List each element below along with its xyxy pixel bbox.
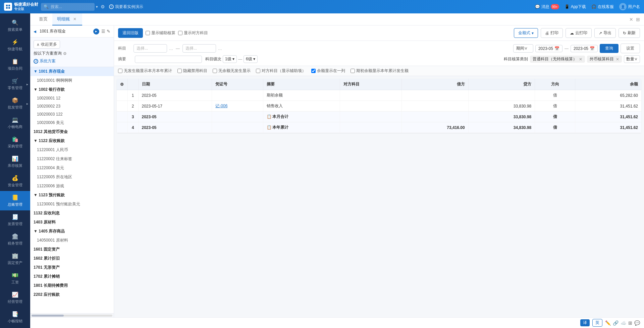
amount-format-btn[interactable]: 金额式 ▾	[514, 28, 538, 38]
export-btn[interactable]: ↗ 导出	[594, 28, 616, 38]
col-settings[interactable]: ⚙	[117, 79, 127, 90]
check-tag-2-close[interactable]: ✕	[616, 57, 619, 62]
cloud-icon[interactable]: ☁️	[621, 320, 626, 326]
sidebar-item-assets[interactable]: 🏢 固定资产	[0, 249, 30, 269]
account-item-11220002[interactable]: 11220002 往来标签	[30, 154, 114, 163]
print-btn[interactable]: 🖨 打印	[541, 28, 563, 38]
check-tag-3[interactable]: 数量∨	[624, 55, 640, 63]
grid-icon[interactable]: ⊞	[628, 320, 632, 326]
sidebar-item-search[interactable]: 🔍 搜索菜单	[0, 16, 30, 36]
option-beginning-balance[interactable]: 期初余额显示本年累计发生额	[351, 68, 409, 74]
account-item-2202[interactable]: 2202 应付账款	[30, 290, 114, 299]
tab-close-all-btn[interactable]: ✕	[629, 17, 633, 22]
sidebar-item-tax[interactable]: 🏛️ 税务管理	[0, 230, 30, 249]
account-item-14050001[interactable]: 14050001 原材料	[30, 236, 114, 245]
list-icon[interactable]: ☰	[101, 29, 105, 34]
period-from-input[interactable]: 2023-05 📅	[535, 45, 562, 52]
tab-ledger[interactable]: 明细账 ✕	[52, 13, 82, 25]
search-dropdown-icon[interactable]: ▾	[96, 5, 98, 9]
summary-input[interactable]	[135, 56, 202, 63]
tab-more-btn[interactable]: ⊞	[636, 17, 640, 22]
account-item-10020006[interactable]: 10020006 美元	[30, 118, 114, 127]
chat-icon[interactable]: 💬	[634, 320, 640, 326]
period-type-select[interactable]: 期间∨	[513, 44, 533, 53]
sidebar-item-quick-nav[interactable]: ⚡ 快捷导航	[0, 36, 30, 55]
sidebar-item-salary[interactable]: 💵 工资	[0, 269, 30, 288]
horizontal-scrollbar[interactable]	[32, 315, 112, 317]
option-balance-one-col[interactable]: 余额显示在一列	[311, 68, 345, 74]
refresh-btn[interactable]: ↻ 刷新	[619, 28, 640, 38]
check-tag-1[interactable]: 普通科目（无特殊核算） ✕	[530, 56, 585, 63]
account-item-1122[interactable]: ▼ 1122 应收账款	[30, 136, 114, 145]
account-item-1403[interactable]: 1403 原材料	[30, 218, 114, 227]
show-contra-checkbox[interactable]: 显示对方科目	[178, 30, 208, 36]
subject-from-input[interactable]: 选择...	[133, 44, 167, 53]
row-voucher[interactable]: 记-006	[212, 101, 263, 112]
message-button[interactable]: 💬 消息 99+	[535, 4, 559, 10]
show-aux-input[interactable]	[146, 31, 150, 35]
check-tag-1-close[interactable]: ✕	[579, 57, 582, 62]
account-item-1405[interactable]: ▼ 1405 库存商品	[30, 227, 114, 236]
account-item-1702[interactable]: 1702 累计摊销	[30, 272, 114, 281]
option-no-balance-input[interactable]	[213, 69, 217, 73]
account-item-1012[interactable]: 1012 其他货币资金	[30, 127, 114, 136]
online-service-button[interactable]: 🎧 在线客服	[591, 4, 614, 10]
show-aux-checkbox[interactable]: 显示辅助核算	[146, 30, 175, 36]
period-to-input[interactable]: 2023-05 📅	[571, 45, 598, 52]
sidebar-item-inventory[interactable]: 📊 库存核算	[0, 152, 30, 172]
account-item-11220006[interactable]: 11220006 游戏	[30, 182, 114, 191]
app-download-button[interactable]: 📱 App下载	[565, 4, 586, 10]
top-search-box[interactable]: 🔍 搜索...	[41, 3, 95, 11]
query-btn[interactable]: 查询	[600, 44, 619, 53]
sidebar-item-invoice[interactable]: 🧾 发票管理	[0, 210, 30, 230]
account-item-1132[interactable]: 1132 应收利息	[30, 209, 114, 218]
option-balance-one-col-input[interactable]	[311, 69, 316, 73]
translate-btn[interactable]: 译	[580, 319, 590, 326]
sidebar-item-project[interactable]: 📋 项目合同	[0, 55, 30, 74]
check-tag-2[interactable]: 外币核算科目 ✕	[587, 56, 622, 63]
account-item-10020002[interactable]: 10020002 23	[30, 102, 114, 110]
settings-icon[interactable]: ⚙	[101, 4, 105, 9]
user-menu[interactable]: 👤 用户名	[619, 3, 640, 10]
level-to-select[interactable]: 6级 ▾	[244, 55, 258, 63]
show-contra-input[interactable]	[178, 31, 182, 35]
edit-icon[interactable]: ✎	[107, 29, 110, 34]
subject-to-input[interactable]: 选择...	[182, 44, 216, 53]
collapse-more-btn[interactable]: ∧ 收起更多	[34, 40, 60, 49]
sidebar-item-ledger[interactable]: 📒 总账管理	[0, 191, 30, 210]
sidebar-item-operations[interactable]: 📈 经营管理	[0, 288, 30, 308]
account-item-1601[interactable]: 1601 固定资产	[30, 245, 114, 254]
pencil-icon[interactable]: ✏️	[605, 320, 611, 326]
voucher-link[interactable]: 记-006	[215, 104, 227, 108]
account-item-11220005[interactable]: 11220005 所在地区	[30, 173, 114, 182]
account-item-1602[interactable]: 1602 累计折旧	[30, 254, 114, 263]
sidebar-item-purchase[interactable]: 🛍️ 采购管理	[0, 133, 30, 152]
option-no-balance[interactable]: 无余额无发生显示	[213, 68, 251, 74]
system-scheme-btn[interactable]: ↺ 系统方案	[34, 58, 56, 64]
option-no-balance-month-input[interactable]	[118, 69, 122, 73]
option-hide-disabled[interactable]: 隐藏禁用科目	[177, 68, 207, 74]
translate-icon[interactable]: 译	[580, 319, 590, 326]
nav-prev-btn[interactable]: ◂	[34, 28, 36, 35]
filter-gear-icon[interactable]: ⚙	[63, 51, 67, 56]
link-icon[interactable]: 🔗	[613, 320, 619, 326]
account-item-10010001[interactable]: 10010001 啊啊啊啊	[30, 76, 114, 85]
sidebar-item-wholesale[interactable]: 📦 批发管理	[0, 94, 30, 113]
tab-ledger-close[interactable]: ✕	[72, 16, 77, 22]
account-item-10020001[interactable]: 10020001 12	[30, 94, 114, 102]
account-item-11220004[interactable]: 11220004 美元	[30, 163, 114, 173]
sidebar-item-reports[interactable]: 📑 小畅报销	[0, 308, 30, 327]
filter-settings-btn[interactable]: 设置	[621, 44, 640, 53]
option-contra-subject[interactable]: 对方科目（显示辅助项）	[256, 68, 306, 74]
sidebar-item-retail[interactable]: 🛒 零售管理	[0, 74, 30, 94]
nav-next-btn[interactable]: ▸	[93, 28, 99, 35]
return-old-btn[interactable]: 退回旧版	[118, 28, 143, 38]
option-contra-subject-input[interactable]	[256, 69, 260, 73]
cloud-print-btn[interactable]: ☁ 云打印	[566, 28, 592, 38]
account-item-1801[interactable]: 1801 长期待摊费用	[30, 281, 114, 290]
option-beginning-balance-input[interactable]	[351, 69, 355, 73]
account-item-10020003[interactable]: 10020003 122	[30, 110, 114, 118]
tab-home[interactable]: 首页	[34, 13, 52, 25]
option-hide-disabled-input[interactable]	[177, 69, 182, 73]
account-item-1701[interactable]: 1701 无形资产	[30, 263, 114, 272]
